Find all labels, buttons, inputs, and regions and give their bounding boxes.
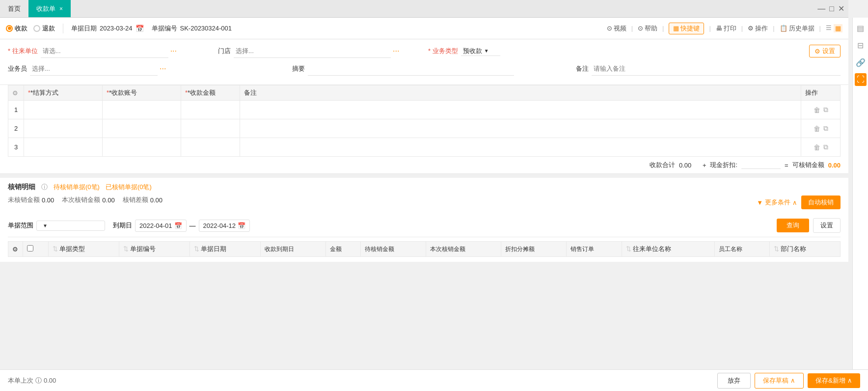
business-type-select[interactable]: 预收款 ▼ (461, 47, 500, 56)
settings-button[interactable]: ⚙ 设置 (809, 45, 841, 57)
row-3-amount[interactable] (181, 138, 240, 157)
save-draft-button[interactable]: 保存草稿 ∧ (755, 373, 804, 389)
th-checkbox: ⚙ (8, 242, 23, 257)
store-ellipsis[interactable]: ··· (393, 47, 399, 56)
done-tab[interactable]: 已核销单据(0笔) (106, 183, 152, 192)
date-from-input[interactable]: 2022-04-01 📅 (135, 220, 187, 232)
reconcile-info-icon[interactable]: ⓘ (41, 183, 48, 192)
store-input[interactable] (234, 44, 391, 58)
receipt-table-section: ⚙ **结算方式 **收款账号 **收款金额 备注 操作 (0, 85, 848, 157)
pending-tab[interactable]: 待核销单据(0笔) (54, 183, 100, 192)
view-toggle[interactable]: ☰ ▦ (826, 24, 842, 32)
form-row-1: * 往来单位 ··· 门店 ··· * 业务类型 预收款 ▼ ⚙ (8, 44, 841, 58)
radio-receipt-label: 收款 (15, 24, 27, 33)
diff-amount: 核销差额 0.00 (123, 196, 163, 204)
filter-settings-btn[interactable]: 设置 (813, 218, 841, 233)
row-2-actions: 🗑 ⧉ (801, 119, 841, 138)
maximize-button[interactable]: □ (829, 4, 834, 13)
sidebar-icon-2[interactable]: ⊟ (855, 39, 866, 52)
sidebar-icon-1[interactable]: ▤ (855, 22, 866, 35)
status-actions: 放弃 保存草稿 ∧ 保存&新增 ∧ (717, 373, 860, 389)
abandon-button[interactable]: 放弃 (717, 373, 751, 389)
help-btn[interactable]: ⊙ 帮助 (638, 24, 657, 33)
th-current: 本次核销金额 (426, 242, 501, 257)
minimize-button[interactable]: — (817, 4, 825, 13)
row-3-delete-icon[interactable]: 🗑 (814, 143, 820, 151)
tab-close-icon[interactable]: × (59, 5, 63, 12)
th-department: ⇅ 部门名称 (769, 242, 840, 257)
select-all-checkbox[interactable] (27, 245, 33, 251)
row-1-delete-icon[interactable]: 🗑 (814, 106, 820, 114)
tab-home[interactable]: 首页 (0, 0, 28, 17)
unchecked-label: 未核销金额 (8, 196, 40, 204)
row-3-account[interactable] (103, 138, 181, 157)
grid-view-icon: ▦ (834, 24, 842, 32)
discount-input[interactable] (741, 161, 781, 169)
row-1-notes[interactable] (240, 101, 801, 119)
row-2-amount[interactable] (181, 119, 240, 138)
summary-field: 摘要 (292, 62, 557, 76)
summary-label: 摘要 (292, 64, 305, 73)
business-type-label: * 业务类型 (428, 47, 458, 56)
row-2-delete-icon[interactable]: 🗑 (814, 125, 820, 133)
shortcut-icon: ▦ (673, 25, 679, 32)
close-button[interactable]: ✕ (838, 4, 844, 13)
table-settings-icon[interactable]: ⚙ (12, 89, 18, 97)
reconcile-summary: 未核销金额 0.00 本次核销金额 0.00 核销差额 0.00 (8, 196, 163, 204)
tab-receipt[interactable]: 收款单 × (28, 0, 71, 17)
row-2-account[interactable] (103, 119, 181, 138)
query-btn[interactable]: 查询 (777, 219, 809, 232)
auto-reconcile-btn[interactable]: 自动核销 (801, 196, 841, 209)
diff-label: 核销差额 (123, 196, 148, 204)
table-footer: 收款合计 0.00 + 现金折扣: = 可核销金额 0.00 (0, 157, 848, 174)
salesperson-input[interactable] (30, 62, 158, 76)
row-1-settlement[interactable] (24, 101, 103, 119)
diff-value: 0.00 (150, 196, 163, 204)
th-sales-order: 销售订单 (567, 242, 622, 257)
sidebar-icon-4[interactable]: ⛶ (855, 73, 867, 86)
th-doc-type: ⇅ 单据类型 (48, 242, 119, 257)
row-1-copy-icon[interactable]: ⧉ (823, 106, 828, 114)
section-separator (0, 174, 848, 178)
radio-refund[interactable]: 退款 (33, 24, 55, 33)
calendar-icon[interactable]: 📅 (136, 25, 144, 32)
status-info-icon[interactable]: ⓘ (35, 376, 42, 385)
discount-label: 现金折扣: (710, 161, 737, 169)
row-1-account[interactable] (103, 101, 181, 119)
counterpart-input[interactable] (41, 44, 168, 58)
sidebar-icon-3[interactable]: 🔗 (854, 56, 868, 69)
row-3-copy-icon[interactable]: ⧉ (823, 143, 828, 151)
video-btn[interactable]: ⊙ 视频 (607, 24, 626, 33)
row-3-notes[interactable] (240, 138, 801, 157)
date-to-value: 2022-04-12 (203, 222, 236, 229)
row-2-notes[interactable] (240, 119, 801, 138)
save-new-button[interactable]: 保存&新增 ∧ (808, 373, 860, 388)
history-btn[interactable]: 📋 历史单据 (780, 24, 814, 33)
window-controls: — □ ✕ (817, 4, 848, 13)
th-gear[interactable]: ⚙ (8, 85, 24, 101)
th-settlement: **结算方式 (24, 85, 103, 101)
counterpart-ellipsis[interactable]: ··· (170, 47, 177, 56)
row-1-amount[interactable] (181, 101, 240, 119)
range-select[interactable]: ▼ (36, 221, 105, 231)
th-employee: 员工名称 (714, 242, 769, 257)
shortcut-btn[interactable]: ▦ 快捷键 (669, 23, 704, 34)
equals-sign: = (785, 162, 788, 169)
row-2-copy-icon[interactable]: ⧉ (823, 124, 828, 133)
row-3-settlement[interactable] (24, 138, 103, 157)
radio-receipt[interactable]: 收款 (6, 24, 27, 33)
notes-input[interactable] (592, 62, 841, 76)
summary-input[interactable] (308, 62, 514, 76)
table-gear-icon[interactable]: ⚙ (12, 246, 18, 253)
toolbar-divider-1 (63, 24, 63, 33)
business-type-value: 预收款 (463, 47, 482, 56)
salesperson-ellipsis[interactable]: ··· (160, 64, 166, 73)
th-account: **收款账号 (103, 85, 181, 101)
print-btn[interactable]: 🖶 打印 (716, 24, 736, 33)
more-conditions-btn[interactable]: ▼ 更多条件 ∧ (757, 198, 797, 207)
history-label: 历史单据 (789, 24, 814, 33)
row-2-settlement[interactable] (24, 119, 103, 138)
settings-label: 设置 (822, 47, 835, 56)
date-to-input[interactable]: 2022-04-12 📅 (199, 220, 250, 232)
operation-btn[interactable]: ⚙ 操作 (748, 24, 768, 33)
